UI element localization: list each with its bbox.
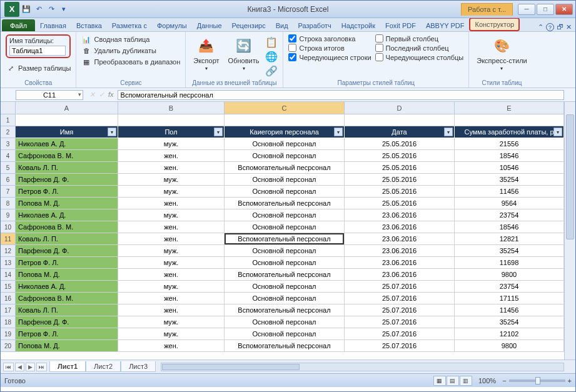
table-cell[interactable]: Коваль Л. П.	[16, 304, 118, 316]
table-cell[interactable]: 23.06.2016	[345, 245, 455, 257]
zoom-out-icon[interactable]: −	[502, 377, 506, 384]
row-header-3[interactable]: 3	[1, 138, 16, 150]
row-header-15[interactable]: 15	[1, 281, 16, 293]
table-cell[interactable]: 9800	[455, 340, 564, 352]
minimize-button[interactable]: ─	[518, 4, 535, 15]
table-cell[interactable]: муж.	[118, 316, 225, 328]
row-header-4[interactable]: 4	[1, 150, 16, 162]
table-cell[interactable]: 23.06.2016	[345, 257, 455, 269]
table-cell[interactable]: жен.	[118, 304, 225, 316]
row-header-6[interactable]: 6	[1, 174, 16, 186]
save-icon[interactable]: 💾	[21, 4, 32, 15]
row-header-14[interactable]: 14	[1, 269, 16, 281]
row-header-7[interactable]: 7	[1, 186, 16, 198]
table-cell[interactable]: муж.	[118, 209, 225, 221]
table-cell[interactable]: Попова М. Д.	[16, 269, 118, 281]
resize-table-button[interactable]: ⤢Размер таблицы	[6, 63, 71, 73]
table-cell[interactable]: Петров Ф. Л.	[16, 186, 118, 198]
banded-rows-check[interactable]: Чередующиеся строки	[288, 53, 371, 61]
table-cell[interactable]: 25.05.2016	[345, 186, 455, 198]
table-cell[interactable]: жен.	[118, 293, 225, 304]
row-header-5[interactable]: 5	[1, 162, 16, 174]
table-cell[interactable]: Сафронова В. М.	[16, 293, 118, 304]
table-cell[interactable]: Вспомогательный песрсонал	[225, 269, 345, 281]
table-cell[interactable]: Вспомогательный песрсонал	[225, 198, 345, 209]
qat-dropdown-icon[interactable]: ▾	[58, 4, 69, 15]
banded-cols-check[interactable]: Чередующиеся столбцы	[375, 53, 464, 61]
table-cell[interactable]: Основной персонал	[225, 257, 345, 269]
table-cell[interactable]: 23.06.2016	[345, 269, 455, 281]
table-cell[interactable]: Коваль Л. П.	[16, 233, 118, 245]
table-cell[interactable]: 11698	[455, 257, 564, 269]
table-cell[interactable]: 12821	[455, 233, 564, 245]
cancel-formula-icon[interactable]: ✕	[89, 91, 95, 99]
enter-formula-icon[interactable]: ✓	[99, 91, 104, 99]
spreadsheet-grid[interactable]: ABCDE 1234567891011121314151617181920 Им…	[1, 102, 575, 359]
table-cell[interactable]: жен.	[118, 221, 225, 233]
table-cell[interactable]: 23754	[455, 209, 564, 221]
table-cell[interactable]: Сафронова В. М.	[16, 221, 118, 233]
table-cell[interactable]: Вспомогательный песрсонал	[225, 304, 345, 316]
properties-icon[interactable]: 📋	[265, 36, 278, 48]
close-button[interactable]: ✕	[555, 4, 573, 15]
table-cell[interactable]: жен.	[118, 233, 225, 245]
col-header-B[interactable]: B	[118, 102, 225, 114]
table-cell[interactable]: муж.	[118, 257, 225, 269]
table-cell[interactable]: Парфенов Д. Ф.	[16, 174, 118, 186]
col-header-A[interactable]: A	[16, 102, 118, 114]
maximize-button[interactable]: □	[537, 4, 554, 15]
row-header-8[interactable]: 8	[1, 198, 16, 209]
table-cell[interactable]: Попова М. Д.	[16, 340, 118, 352]
table-cell[interactable]: Николаев А. Д.	[16, 281, 118, 293]
table-cell[interactable]: Вспомогательный песрсонал	[225, 233, 345, 245]
table-cell[interactable]: 25.07.2016	[345, 281, 455, 293]
table-cell[interactable]: 35254	[455, 174, 564, 186]
row-header-16[interactable]: 16	[1, 293, 16, 304]
table-cell[interactable]: 25.05.2016	[345, 198, 455, 209]
horizontal-scrollbar[interactable]	[161, 363, 564, 371]
tab-abbyy[interactable]: ABBYY PDF	[421, 19, 470, 31]
row-header-1[interactable]: 1	[1, 114, 16, 126]
open-browser-icon[interactable]: 🌐	[265, 51, 278, 63]
minimize-ribbon-icon[interactable]: ⌃	[538, 23, 543, 31]
select-all-corner[interactable]	[1, 102, 16, 114]
table-cell[interactable]: 25.05.2016	[345, 162, 455, 174]
table-cell[interactable]: жен.	[118, 162, 225, 174]
row-header-13[interactable]: 13	[1, 257, 16, 269]
table-header[interactable]: Сумма заработной платы, р▾	[455, 126, 564, 138]
table-cell[interactable]: жен.	[118, 150, 225, 162]
table-header[interactable]: Пол▾	[118, 126, 225, 138]
tab-data[interactable]: Данные	[192, 19, 227, 31]
filter-dropdown-icon[interactable]: ▾	[108, 128, 116, 136]
tab-layout[interactable]: Разметка с	[107, 19, 152, 31]
cell[interactable]	[118, 114, 225, 126]
table-cell[interactable]: Попова М. Д.	[16, 198, 118, 209]
tab-file[interactable]: Файл	[2, 19, 35, 31]
tab-formulas[interactable]: Формулы	[152, 19, 192, 31]
table-cell[interactable]: Сафронова В. М.	[16, 150, 118, 162]
cell[interactable]	[455, 114, 564, 126]
col-header-E[interactable]: E	[455, 102, 564, 114]
table-name-input[interactable]	[9, 46, 66, 56]
table-cell[interactable]: 23.06.2016	[345, 233, 455, 245]
cell[interactable]	[345, 114, 455, 126]
row-header-11[interactable]: 11	[1, 233, 16, 245]
excel-icon[interactable]: X	[4, 2, 19, 17]
header-row-check[interactable]: Строка заголовка	[288, 34, 371, 43]
table-cell[interactable]: 18546	[455, 221, 564, 233]
row-header-12[interactable]: 12	[1, 245, 16, 257]
table-cell[interactable]: 25.07.2016	[345, 316, 455, 328]
table-cell[interactable]: 9564	[455, 198, 564, 209]
next-sheet-icon[interactable]: ▶	[26, 363, 35, 371]
redo-icon[interactable]: ↷	[46, 4, 57, 15]
table-cell[interactable]: жен.	[118, 269, 225, 281]
convert-range-button[interactable]: ▦Преобразовать в диапазон	[81, 57, 180, 67]
tab-review[interactable]: Рецензирс	[227, 19, 271, 31]
vertical-scrollbar[interactable]	[564, 102, 575, 359]
table-cell[interactable]: 25.07.2016	[345, 340, 455, 352]
filter-dropdown-icon[interactable]: ▾	[334, 128, 343, 136]
quick-styles-button[interactable]: 🎨Экспресс-стили▾	[474, 34, 529, 73]
zoom-in-icon[interactable]: +	[568, 377, 572, 384]
row-header-20[interactable]: 20	[1, 340, 16, 352]
row-header-18[interactable]: 18	[1, 316, 16, 328]
